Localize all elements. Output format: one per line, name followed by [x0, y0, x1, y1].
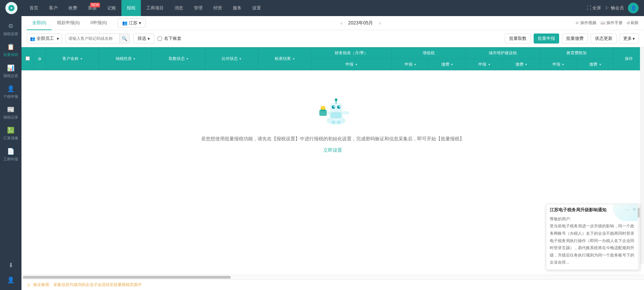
empty-description: 若您想使用批量报税功能，请先在【报税设置】中进行报税的初始化设置，完成密码验证和…: [201, 136, 464, 142]
svg-rect-3: [331, 112, 341, 118]
chevron-down-icon: ▾: [633, 36, 635, 41]
filter-icon: ▾: [186, 57, 188, 61]
setup-link[interactable]: 立即设置: [323, 147, 342, 153]
more-btn[interactable]: 更多 ▾: [620, 33, 639, 44]
fullscreen-btn[interactable]: ⛶ 全屏: [587, 5, 601, 11]
sidebar-item-tax-settings[interactable]: ⚙ 报税设置: [0, 19, 21, 40]
sidebar-item-annual-report[interactable]: 📄 工商年报: [0, 144, 21, 165]
chevron-down-icon: ▾: [57, 36, 59, 41]
search-button[interactable]: 🔍: [119, 33, 129, 44]
notification-scrollbar[interactable]: [638, 204, 640, 270]
data-table: ⚙ 客户名称 ▾ 纳税性质 ▾ 取数状态 ▾: [21, 47, 644, 173]
svg-point-17: [321, 106, 325, 108]
gear-icon[interactable]: ⚙: [38, 57, 42, 61]
tab-zero-declare[interactable]: 0申报(0): [85, 16, 112, 30]
sidebar-download[interactable]: ⬇: [0, 258, 21, 273]
tab-declare[interactable]: 税款申报(0): [52, 16, 85, 30]
scrollbar-thumb: [23, 276, 231, 279]
svg-point-7: [333, 106, 335, 107]
th-city-pay: 缴费 ▾: [503, 59, 540, 70]
th-vat: 增值税: [392, 48, 466, 59]
th-compare-status: 比对状态 ▾: [205, 48, 258, 70]
th-fetch-status: 取数状态 ▾: [152, 48, 205, 70]
select-all-checkbox[interactable]: [25, 56, 30, 61]
batch-pay-btn[interactable]: 批量缴费: [562, 33, 588, 44]
sidebar-item-batch-tax[interactable]: 📋 批量报税: [0, 40, 21, 60]
sidebar-user[interactable]: 👤: [0, 273, 21, 287]
manual-link[interactable]: 📖 操作手册: [600, 20, 623, 26]
nav-manage[interactable]: 管理: [189, 0, 208, 16]
nav-message[interactable]: 消息: [169, 0, 189, 16]
sidebar-item-tax-overview[interactable]: 📊 报税总览: [0, 61, 21, 81]
svg-point-10: [335, 98, 337, 101]
user-avatar[interactable]: 👤: [628, 3, 639, 13]
horizontal-scrollbar[interactable]: [21, 275, 644, 279]
record-icon: 📰: [7, 105, 15, 114]
th-financial-report: 财务报表（月/季）: [311, 48, 392, 59]
nav-customer[interactable]: 客户: [44, 0, 63, 16]
svg-rect-12: [342, 111, 350, 115]
top-nav-right: ⛶ 全屏 ▷ 畅会员 👤: [587, 3, 639, 13]
name-checkbox-label: 名下账套: [164, 35, 181, 42]
sidebar-label-settlement: 汇算清缴: [3, 136, 18, 140]
prev-month-btn[interactable]: ‹: [337, 19, 345, 27]
refresh-icon: ↺: [627, 21, 630, 25]
tab-bar-right: ⊙ 操作视频 📖 操作手册 ↺ 刷新: [576, 20, 639, 26]
batch-fetch-btn[interactable]: 批量取数: [505, 33, 531, 44]
region-label: 江苏: [129, 20, 138, 26]
sidebar-item-settlement[interactable]: 💹 汇算清缴: [0, 123, 21, 144]
svg-rect-19: [337, 121, 340, 124]
filter-icon: ▾: [562, 63, 564, 66]
sidebar-item-tax-record[interactable]: 📰 报税记录: [0, 102, 21, 123]
video-link[interactable]: ⊙ 操作视频: [576, 20, 596, 26]
nav-tax[interactable]: 报税: [121, 0, 141, 16]
filter-label: 筛选: [138, 35, 146, 42]
notification-popup: 江苏电子税务局升级影响通知 — ✕ 尊敬的用户: 受当前电子税务局进一步升级的影…: [546, 204, 640, 270]
th-check-result: 检查结果 ▾: [258, 48, 311, 70]
tab-bar: 全部(0) 税款申报(0) 0申报(0) 👥 江苏 ▾ ‹ 2023年05月 ›…: [21, 16, 644, 30]
new-badge: NEW: [90, 3, 100, 7]
status-update-btn[interactable]: 状态更新: [591, 33, 617, 44]
sidebar-label-tax-overview: 报税总览: [3, 73, 18, 78]
employee-selector[interactable]: 👥 全部员工 ▾: [27, 33, 62, 44]
notification-content: 受当前电子税务局进一步升级的影响，同一个政务网账号（办税人）名下的企业不能再同时…: [550, 223, 636, 266]
nav-invoice[interactable]: 票据 NEW: [83, 0, 102, 16]
user-icon: 👤: [7, 276, 15, 284]
chevron-down-icon: ▾: [148, 36, 150, 41]
nav-settings[interactable]: 设置: [247, 0, 266, 16]
th-tax-nature: 纳税性质 ▾: [99, 48, 152, 70]
member-btn[interactable]: ▷ 畅会员: [605, 5, 624, 11]
next-month-btn[interactable]: ›: [376, 19, 384, 27]
batch-declare-btn[interactable]: 批量申报: [534, 33, 559, 44]
toolbar-right: 批量取数 批量申报 批量缴费 状态更新 更多 ▾: [505, 33, 639, 44]
filter-icon: ▾: [356, 63, 357, 66]
refresh-btn[interactable]: ↺ 刷新: [627, 20, 639, 26]
name-checkbox[interactable]: [158, 37, 162, 41]
settlement-icon: 💹: [7, 126, 15, 134]
nav-accounting[interactable]: 记账: [102, 0, 121, 16]
filter-icon: ▾: [451, 63, 453, 66]
scroll-thumb: [638, 208, 640, 218]
sidebar: ⚙ 报税设置 📋 批量报税 📊 报税总览 👤 个税申报 📰 报税记录 💹 汇算清…: [0, 16, 21, 290]
th-city-tax: 城市维护建设税: [466, 48, 540, 59]
search-input[interactable]: [66, 36, 119, 41]
filter-button[interactable]: 筛选 ▾: [133, 33, 154, 44]
nav-business[interactable]: 工商项目: [141, 0, 169, 16]
app-logo[interactable]: [5, 2, 17, 14]
warning-icon: ⚠: [27, 283, 31, 287]
th-vat-pay: 缴费 ▾: [429, 59, 466, 70]
nav-fee[interactable]: 收费: [63, 0, 83, 16]
nav-home[interactable]: 首页: [24, 0, 44, 16]
nav-service[interactable]: 服务: [227, 0, 247, 16]
right-scrollbar[interactable]: [640, 47, 644, 264]
bottom-warning-text: 验证账密、采集信息均成功的企业才会流转至批量报税页面中: [33, 282, 142, 288]
tab-all[interactable]: 全部(0): [27, 16, 52, 30]
region-selector[interactable]: 👥 江苏 ▾: [118, 18, 146, 28]
nav-operation[interactable]: 经营: [208, 0, 227, 16]
th-edu-surcharge: 教育费附加: [540, 48, 614, 59]
svg-rect-18: [332, 121, 335, 124]
sidebar-label-annual-report: 工商年报: [3, 157, 18, 161]
annual-icon: 📄: [7, 147, 15, 155]
sidebar-item-personal-tax[interactable]: 👤 个税申报: [0, 81, 21, 102]
th-financial-declare: 申报 ▾: [311, 59, 392, 70]
